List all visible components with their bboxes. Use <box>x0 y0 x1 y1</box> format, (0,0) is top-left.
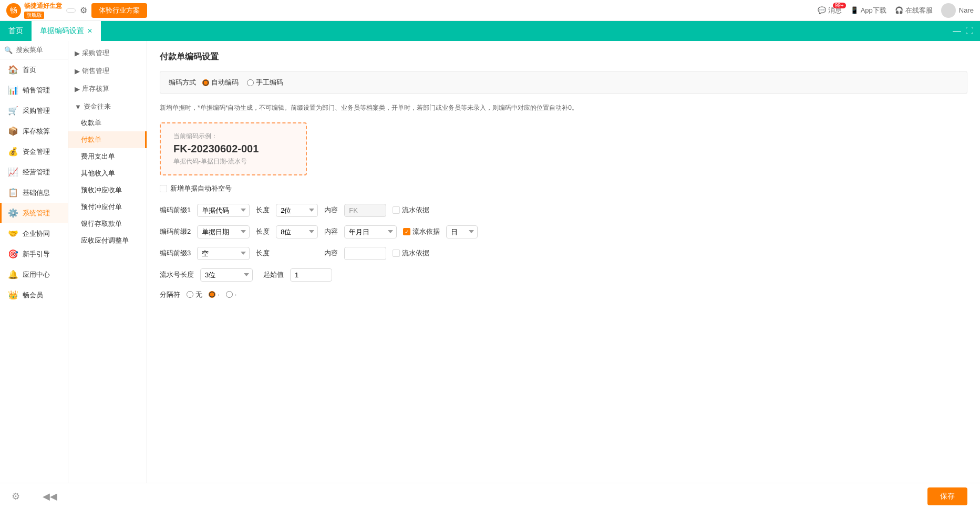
sidebar-item-inventory[interactable]: 📦 库存核算 <box>0 121 68 141</box>
content-area: ▶ 采购管理 ▶ 销售管理 ▶ 库存核算 ▼ 资金往来 <box>68 41 980 509</box>
stream1-checkbox[interactable]: 流水依据 <box>393 205 429 215</box>
sidebar-item-guide[interactable]: 🎯 新手引导 <box>0 244 68 264</box>
settings-icon[interactable]: ⚙ <box>80 5 87 15</box>
sidebar-settings-icon[interactable]: ⚙ <box>7 489 24 504</box>
user-area[interactable]: Nare <box>941 3 974 18</box>
stream2-checkbox[interactable]: ✓ 流水依据 <box>403 227 440 236</box>
prefix-row-2: 编码前缀2 单据日期 长度 8位 内容 年月日 ✓ 流水依据 日 <box>160 225 967 238</box>
save-button[interactable]: 保存 <box>927 487 967 505</box>
code-preview-label: 当前编码示例： <box>173 132 293 141</box>
auto-code-radio[interactable]: 自动编码 <box>202 78 239 87</box>
content2-label: 内容 <box>324 227 338 236</box>
content2-select[interactable]: 年月日 <box>344 225 397 238</box>
prefix3-select[interactable]: 空 <box>197 247 250 260</box>
stream2-period-select[interactable]: 日 <box>446 225 478 238</box>
left-nav-item-advance-receivable[interactable]: 预收冲应收单 <box>68 182 147 199</box>
auto-fill-row: 新增单据自动补空号 <box>160 184 967 193</box>
chevron-down-icon: ▼ <box>75 103 81 111</box>
prefix-row-1: 编码前缀1 单据代码 长度 2位 内容 流水依据 <box>160 204 967 217</box>
stream3-checkbox[interactable]: 流水依据 <box>393 248 429 258</box>
left-nav-item-receipt[interactable]: 收款单 <box>68 115 147 131</box>
manual-code-input[interactable] <box>247 79 254 86</box>
stream2-checked-icon[interactable]: ✓ <box>403 228 410 235</box>
code-preview-desc: 单据代码-单据日期-流水号 <box>173 157 293 166</box>
chevron-right-icon3: ▶ <box>75 85 80 93</box>
left-nav-item-ar-ap-adjust[interactable]: 应收应付调整单 <box>68 232 147 249</box>
maximize-icon[interactable]: ⛶ <box>965 26 974 36</box>
close-tab-icon[interactable]: ✕ <box>87 27 92 35</box>
sidebar-item-member[interactable]: 👑 畅会员 <box>0 285 68 305</box>
sep-dot-input[interactable] <box>209 291 215 298</box>
online-service-button[interactable]: 🎧 在线客服 <box>895 6 933 15</box>
left-nav-item-expense[interactable]: 费用支出单 <box>68 148 147 165</box>
prefix1-select[interactable]: 单据代码 <box>197 204 250 217</box>
message-badge: 99+ <box>833 3 846 8</box>
sidebar-search[interactable]: 🔍 搜索菜单 <box>0 41 68 59</box>
length1-select[interactable]: 2位 <box>276 204 318 217</box>
code-preview-box: 当前编码示例： FK-20230602-001 单据代码-单据日期-流水号 <box>160 122 307 175</box>
minimize-icon[interactable]: — <box>953 26 961 36</box>
tab-home[interactable]: 首页 <box>0 21 32 41</box>
sidebar-collapse-icon[interactable]: ◀◀ <box>38 489 61 504</box>
sep-dot2-radio[interactable]: · <box>226 290 237 298</box>
sidebar-item-sales[interactable]: 📊 销售管理 <box>0 80 68 100</box>
window-controls: — ⛶ <box>953 26 980 36</box>
logo: 畅 畅捷通好生意 旗舰版 <box>6 2 62 19</box>
left-nav-group-purchase-title[interactable]: ▶ 采购管理 <box>68 45 147 61</box>
guide-icon: 🎯 <box>8 249 18 259</box>
manual-code-radio[interactable]: 手工编码 <box>247 78 283 87</box>
content3-input[interactable] <box>344 247 386 260</box>
tab-voucher-encoding[interactable]: 单据编码设置 ✕ <box>32 21 101 41</box>
left-nav-group-inventory-title[interactable]: ▶ 库存核算 <box>68 81 147 97</box>
message-button[interactable]: 💬 消息 99+ <box>818 6 842 15</box>
left-nav-group-sales-title[interactable]: ▶ 销售管理 <box>68 63 147 79</box>
enterprise-icon: 🤝 <box>8 228 18 238</box>
auto-fill-checkbox[interactable] <box>160 185 167 192</box>
start-value-input[interactable] <box>290 268 332 282</box>
length1-label: 长度 <box>256 205 270 215</box>
prefix2-select[interactable]: 单据日期 <box>197 225 250 238</box>
experience-button[interactable]: 体验行业方案 <box>91 3 147 18</box>
encoding-method-label: 编码方式 <box>169 78 196 87</box>
length2-select[interactable]: 8位 <box>276 225 318 238</box>
sidebar-item-business[interactable]: 📈 经营管理 <box>0 162 68 182</box>
left-nav-group-purchase: ▶ 采购管理 <box>68 45 147 61</box>
finance-icon: 💰 <box>8 147 18 157</box>
basic-icon: 📋 <box>8 188 18 198</box>
sep-none-radio[interactable]: 无 <box>187 290 202 299</box>
company-dropdown[interactable] <box>66 8 76 13</box>
prefix3-label: 编码前缀3 <box>160 248 191 258</box>
app-download-button[interactable]: 📱 App下载 <box>850 6 886 15</box>
content1-label: 内容 <box>324 205 338 215</box>
sidebar-item-purchase[interactable]: 🛒 采购管理 <box>0 100 68 121</box>
sep-dot-radio[interactable]: · <box>209 290 220 298</box>
sep-dot2-input[interactable] <box>226 291 233 298</box>
sidebar-item-home[interactable]: 🏠 首页 <box>0 59 68 80</box>
encoding-method-section: 编码方式 自动编码 手工编码 <box>160 71 967 94</box>
left-nav-item-other-income[interactable]: 其他收入单 <box>68 165 147 182</box>
content1-input[interactable] <box>344 204 386 217</box>
left-nav-item-payment[interactable]: 付款单 <box>68 131 147 148</box>
sidebar-item-finance[interactable]: 💰 资金管理 <box>0 141 68 162</box>
sidebar-item-basic[interactable]: 📋 基础信息 <box>0 182 68 203</box>
purchase-icon: 🛒 <box>8 106 18 116</box>
sidebar-item-enterprise[interactable]: 🤝 企业协同 <box>0 223 68 244</box>
separator-label: 分隔符 <box>160 290 180 299</box>
nav-tabs: 首页 单据编码设置 ✕ — ⛶ <box>0 21 980 41</box>
search-icon: 🔍 <box>4 46 13 54</box>
home-icon: 🏠 <box>8 65 18 75</box>
left-nav-group-inventory: ▶ 库存核算 <box>68 81 147 97</box>
sidebar-item-apps[interactable]: 🔔 应用中心 <box>0 264 68 285</box>
left-nav-group-capital-title[interactable]: ▼ 资金往来 <box>68 99 147 115</box>
left-nav-item-bank[interactable]: 银行存取款单 <box>68 215 147 232</box>
member-icon: 👑 <box>8 290 18 300</box>
auto-code-input[interactable] <box>202 79 209 86</box>
left-nav-group-capital: ▼ 资金往来 收款单 付款单 费用支出单 其他收入单 预收冲应收单 预付冲应付单… <box>68 99 147 249</box>
sidebar-item-system[interactable]: ⚙️ 系统管理 <box>0 203 68 223</box>
left-nav-item-advance-payable[interactable]: 预付冲应付单 <box>68 199 147 215</box>
sep-none-input[interactable] <box>187 291 193 298</box>
serial-length-select[interactable]: 3位 <box>200 268 253 282</box>
sidebar-bottom: ⚙ ◀◀ <box>0 483 68 509</box>
page-title: 付款单编码设置 <box>160 51 967 63</box>
apps-icon: 🔔 <box>8 269 18 279</box>
